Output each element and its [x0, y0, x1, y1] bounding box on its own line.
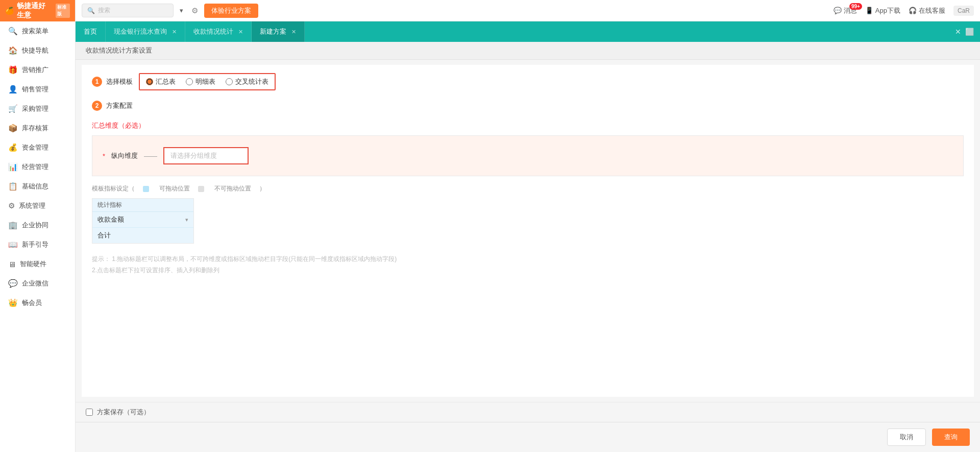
radio-summary-input[interactable]: [146, 78, 153, 85]
logo-badge: 标准版: [56, 4, 70, 18]
sidebar-item-system[interactable]: ⚙ 系统管理: [0, 196, 75, 216]
indicator-section: 模板指标设定（ 可拖动位置 不可拖动位置 ） 统计指标 收款金额 ▾ 合计: [92, 184, 964, 244]
draggable-color-dot: [143, 186, 149, 192]
sidebar-item-guide[interactable]: 📖 新手引导: [0, 235, 75, 254]
nav-tabs: 首页 现金银行流水查询 ✕ 收款情况统计 ✕ 新建方案 ✕ ✕ ⬜: [76, 21, 980, 42]
radio-summary[interactable]: 汇总表: [146, 77, 176, 86]
stat-indicator-total: 合计: [92, 228, 193, 243]
hint-close: ）: [259, 184, 265, 193]
topbar-gear-icon[interactable]: ⚙: [191, 6, 198, 15]
topbar-search-icon: 🔍: [87, 7, 95, 14]
step1-row: 1 选择模板 汇总表 明细表 交叉统计表: [92, 73, 964, 90]
sidebar-item-label: 系统管理: [19, 201, 45, 210]
radio-crosstab-input[interactable]: [226, 78, 233, 85]
radio-detail-label: 明细表: [195, 77, 215, 86]
industry-plan-button[interactable]: 体验行业方案: [204, 4, 258, 18]
box-icon: 📦: [8, 124, 18, 133]
sidebar-item-finance[interactable]: 💰 资金管理: [0, 138, 75, 157]
radio-detail-input[interactable]: [186, 78, 193, 85]
sidebar-item-label: 库存核算: [22, 124, 48, 133]
sidebar-item-label: 销售管理: [22, 85, 48, 94]
tab-bank-flow[interactable]: 现金银行流水查询 ✕: [106, 21, 185, 42]
logo-icon: 🍊: [5, 7, 14, 15]
save-row: 方案保存（可选）: [76, 402, 980, 422]
tab-bank-flow-label: 现金银行流水查询: [114, 27, 167, 36]
save-checkbox[interactable]: [86, 409, 93, 416]
dimension-box: * 纵向维度 —— 请选择分组维度: [92, 135, 964, 176]
dimension-select[interactable]: 请选择分组维度: [163, 147, 249, 164]
message-icon-item[interactable]: 💬 消息 99+: [834, 6, 857, 15]
main-area: 🔍 搜索 ▾ ⚙ 体验行业方案 💬 消息 99+ 📱 App下载 🎧 在线客服 …: [76, 0, 980, 452]
draggable-label: 可拖动位置: [159, 184, 190, 193]
footer-bar: 取消 查询: [76, 422, 980, 452]
sidebar-item-quick-nav[interactable]: 🏠 快捷导航: [0, 41, 75, 60]
chart-icon: 📊: [8, 162, 18, 172]
radio-detail[interactable]: 明细表: [186, 77, 215, 86]
topbar-dropdown-arrow[interactable]: ▾: [180, 7, 183, 14]
tab-receipt-stats-close[interactable]: ✕: [238, 29, 243, 35]
sidebar-item-basic-info[interactable]: 📋 基础信息: [0, 177, 75, 196]
nodrag-label: 不可拖动位置: [214, 184, 251, 193]
sidebar-item-label: 经营管理: [22, 162, 48, 172]
online-service-label: 在线客服: [919, 6, 945, 15]
tab-receipt-stats[interactable]: 收款情况统计 ✕: [185, 21, 252, 42]
radio-crosstab[interactable]: 交叉统计表: [226, 77, 268, 86]
logo-text: 畅捷通好生意: [17, 2, 53, 20]
asterisk-icon: *: [103, 152, 105, 160]
message-icon: 💬: [834, 7, 842, 14]
indicator-hint-prefix: 模板指标设定（: [92, 184, 135, 193]
sidebar-item-smart-hw[interactable]: 🖥 智能硬件: [0, 254, 75, 274]
sidebar-item-wechat[interactable]: 💬 企业微信: [0, 274, 75, 293]
sidebar-item-label: 采购管理: [22, 104, 48, 113]
sidebar: 🍊 畅捷通好生意 标准版 🔍 搜索菜单 🏠 快捷导航 🎁 营销推广 👤 销售管理…: [0, 0, 76, 452]
close-window-icon[interactable]: ✕: [955, 28, 961, 36]
tab-new-plan-close[interactable]: ✕: [291, 29, 296, 35]
sidebar-item-member[interactable]: 👑 畅会员: [0, 293, 75, 313]
tab-new-plan[interactable]: 新建方案 ✕: [252, 21, 305, 42]
radio-summary-label: 汇总表: [156, 77, 176, 86]
user-info[interactable]: CaR: [953, 6, 974, 16]
form-section: 1 选择模板 汇总表 明细表 交叉统计表: [82, 65, 974, 397]
tab-home-label: 首页: [84, 27, 97, 36]
sidebar-item-label: 企业协同: [22, 221, 48, 230]
template-options: 汇总表 明细表 交叉统计表: [139, 73, 276, 90]
maximize-window-icon[interactable]: ⬜: [965, 28, 974, 36]
radio-crosstab-label: 交叉统计表: [235, 77, 268, 86]
sidebar-item-label: 基础信息: [22, 182, 48, 191]
stat-indicator-item-revenue[interactable]: 收款金额 ▾: [92, 212, 193, 228]
sidebar-item-enterprise[interactable]: 🏢 企业协同: [0, 216, 75, 235]
query-button[interactable]: 查询: [932, 429, 970, 446]
tab-bank-flow-close[interactable]: ✕: [172, 29, 177, 35]
user-icon: 👤: [8, 85, 18, 94]
step2-badge: 2: [92, 101, 102, 111]
sidebar-item-label: 畅会员: [22, 298, 42, 307]
tip1-content: 1.拖动标题栏可以调整布局，不可跨维度或指标区域拖动栏目字段(只能在同一维度或指…: [112, 255, 397, 263]
sidebar-item-label: 资金管理: [22, 143, 48, 152]
tips-area: 提示： 1.拖动标题栏可以调整布局，不可跨维度或指标区域拖动栏目字段(只能在同一…: [92, 254, 964, 276]
message-badge: 99+: [849, 3, 862, 10]
chevron-down-icon[interactable]: ▾: [185, 217, 188, 223]
sidebar-item-label: 搜索菜单: [22, 27, 48, 36]
sidebar-item-purchase[interactable]: 🛒 采购管理: [0, 99, 75, 118]
monitor-icon: 🖥: [8, 260, 16, 269]
sidebar-item-inventory[interactable]: 📦 库存核算: [0, 118, 75, 138]
online-service-item[interactable]: 🎧 在线客服: [909, 6, 945, 15]
indicator-hint: 模板指标设定（ 可拖动位置 不可拖动位置 ）: [92, 184, 964, 193]
app-download-item[interactable]: 📱 App下载: [865, 6, 900, 15]
cancel-button[interactable]: 取消: [887, 429, 926, 446]
sidebar-item-search-menu[interactable]: 🔍 搜索菜单: [0, 21, 75, 41]
search-menu-icon: 🔍: [8, 27, 18, 36]
arrow-icon: ——: [144, 152, 157, 160]
search-box[interactable]: 🔍 搜索: [82, 4, 174, 17]
tab-new-plan-label: 新建方案: [260, 27, 286, 36]
sidebar-item-sales[interactable]: 👤 销售管理: [0, 80, 75, 99]
gear-sidebar-icon: ⚙: [8, 201, 15, 210]
page-breadcrumb: 收款情况统计方案设置: [76, 42, 980, 60]
app-icon: 📱: [865, 7, 873, 14]
tip2-text: 2.点击标题栏下拉可设置排序、插入列和删除列: [92, 265, 964, 276]
tab-home[interactable]: 首页: [76, 21, 106, 42]
sidebar-item-operation[interactable]: 📊 经营管理: [0, 157, 75, 177]
chat-icon: 💬: [8, 279, 18, 288]
sidebar-item-marketing[interactable]: 🎁 营销推广: [0, 60, 75, 80]
revenue-label: 收款金额: [97, 215, 124, 224]
